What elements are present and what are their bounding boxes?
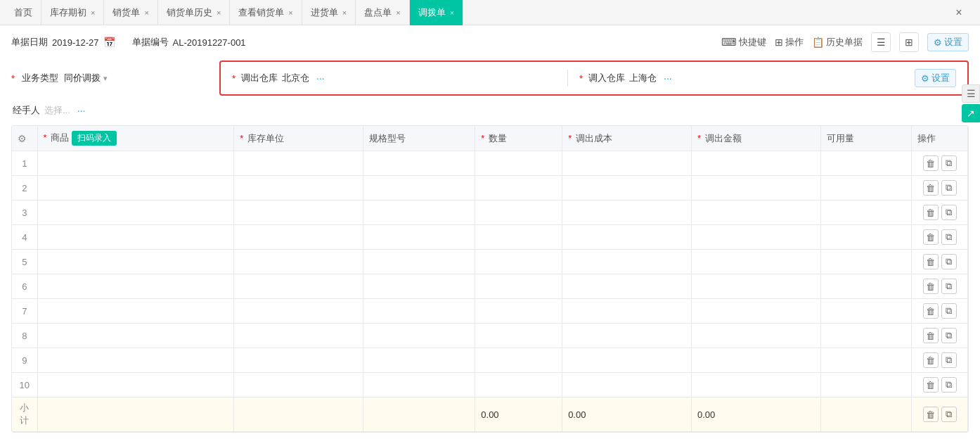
row-delete-4[interactable]: 🗑 xyxy=(923,229,939,245)
row-delete-8[interactable]: 🗑 xyxy=(923,328,939,343)
tab-sales-order[interactable]: 销货单 × xyxy=(104,0,157,25)
row-copy-2[interactable]: ⧉ xyxy=(941,180,957,196)
row-product-9[interactable] xyxy=(37,348,234,373)
row-product-6[interactable] xyxy=(37,274,234,299)
row-amount-7[interactable] xyxy=(691,299,820,324)
row-product-1[interactable] xyxy=(37,151,234,176)
row-delete-2[interactable]: 🗑 xyxy=(923,180,939,196)
row-unit-5[interactable] xyxy=(234,250,363,274)
calendar-icon[interactable]: 📅 xyxy=(103,37,115,48)
row-cost-10[interactable] xyxy=(562,373,692,397)
row-copy-8[interactable]: ⧉ xyxy=(941,328,957,343)
row-cost-6[interactable] xyxy=(562,274,692,299)
row-product-2[interactable] xyxy=(37,176,234,200)
row-copy-3[interactable]: ⧉ xyxy=(941,205,957,220)
row-amount-1[interactable] xyxy=(691,151,820,176)
row-product-8[interactable] xyxy=(37,324,234,348)
row-product-10[interactable] xyxy=(37,373,234,397)
row-qty-2[interactable] xyxy=(475,176,562,200)
row-delete-11[interactable]: 🗑 xyxy=(923,407,939,422)
row-cost-7[interactable] xyxy=(562,299,692,324)
row-product-3[interactable] xyxy=(37,200,234,225)
tab-sales-history[interactable]: 销货单历史 × xyxy=(158,0,230,25)
row-delete-5[interactable]: 🗑 xyxy=(923,254,939,269)
row-cost-11[interactable]: 0.00 xyxy=(562,397,692,432)
row-unit-10[interactable] xyxy=(234,373,363,397)
tab-stocktake-close[interactable]: × xyxy=(396,8,400,17)
tab-inventory-init-close[interactable]: × xyxy=(91,8,95,17)
row-qty-10[interactable] xyxy=(475,373,562,397)
history-button[interactable]: 📋 历史单据 xyxy=(812,36,863,49)
row-cost-3[interactable] xyxy=(562,200,692,225)
row-delete-1[interactable]: 🗑 xyxy=(923,155,939,171)
out-warehouse-ellipsis[interactable]: ··· xyxy=(314,72,328,84)
row-product-7[interactable] xyxy=(37,299,234,324)
tab-sales-order-close[interactable]: × xyxy=(144,8,148,17)
row-qty-3[interactable] xyxy=(475,200,562,225)
row-delete-3[interactable]: 🗑 xyxy=(923,205,939,220)
sidebar-external-icon[interactable]: ↗ xyxy=(962,104,980,122)
row-spec-10[interactable] xyxy=(363,373,475,397)
row-amount-5[interactable] xyxy=(691,250,820,274)
row-qty-6[interactable] xyxy=(475,274,562,299)
tab-view-sales[interactable]: 查看销货单 × xyxy=(230,0,302,25)
row-qty-7[interactable] xyxy=(475,299,562,324)
row-delete-9[interactable]: 🗑 xyxy=(923,352,939,368)
row-copy-1[interactable]: ⧉ xyxy=(941,155,957,171)
warehouse-settings-button[interactable]: ⚙ 设置 xyxy=(915,69,956,87)
row-cost-5[interactable] xyxy=(562,250,692,274)
row-delete-7[interactable]: 🗑 xyxy=(923,303,939,319)
row-spec-6[interactable] xyxy=(363,274,475,299)
table-gear-icon[interactable]: ⚙ xyxy=(18,133,27,144)
shortcut-button[interactable]: ⌨ 快捷键 xyxy=(721,36,766,49)
scan-btn[interactable]: 扫码录入 xyxy=(72,131,117,146)
row-amount-6[interactable] xyxy=(691,274,820,299)
row-spec-3[interactable] xyxy=(363,200,475,225)
row-qty-9[interactable] xyxy=(475,348,562,373)
grid-view-button[interactable]: ⊞ xyxy=(899,32,919,52)
row-spec-8[interactable] xyxy=(363,324,475,348)
tab-purchase[interactable]: 进货单 × xyxy=(302,0,356,25)
row-delete-6[interactable]: 🗑 xyxy=(923,279,939,294)
row-qty-11[interactable]: 0.00 xyxy=(475,397,562,432)
row-unit-1[interactable] xyxy=(234,151,363,176)
row-amount-2[interactable] xyxy=(691,176,820,200)
row-unit-4[interactable] xyxy=(234,225,363,250)
row-amount-4[interactable] xyxy=(691,225,820,250)
tab-transfer-close[interactable]: × xyxy=(450,8,454,17)
row-copy-5[interactable]: ⧉ xyxy=(941,254,957,269)
row-unit-8[interactable] xyxy=(234,324,363,348)
row-unit-6[interactable] xyxy=(234,274,363,299)
row-spec-11[interactable] xyxy=(363,397,475,432)
row-product-5[interactable] xyxy=(37,250,234,274)
row-copy-7[interactable]: ⧉ xyxy=(941,303,957,319)
row-copy-10[interactable]: ⧉ xyxy=(941,377,957,393)
row-unit-11[interactable] xyxy=(234,397,363,432)
row-spec-1[interactable] xyxy=(363,151,475,176)
row-copy-9[interactable]: ⧉ xyxy=(941,352,957,368)
settings-button[interactable]: ⚙ 设置 xyxy=(927,33,969,51)
row-amount-3[interactable] xyxy=(691,200,820,225)
row-cost-9[interactable] xyxy=(562,348,692,373)
row-spec-2[interactable] xyxy=(363,176,475,200)
row-unit-3[interactable] xyxy=(234,200,363,225)
biz-type-select[interactable]: 同价调拨 ▾ xyxy=(64,72,108,84)
row-product-4[interactable] xyxy=(37,225,234,250)
row-qty-1[interactable] xyxy=(475,151,562,176)
tab-home[interactable]: 首页 xyxy=(6,0,41,25)
row-qty-5[interactable] xyxy=(475,250,562,274)
row-qty-4[interactable] xyxy=(475,225,562,250)
biz-type-dropdown-arrow[interactable]: ▾ xyxy=(103,74,108,83)
window-close-button[interactable]: × xyxy=(949,3,969,23)
row-unit-2[interactable] xyxy=(234,176,363,200)
row-amount-8[interactable] xyxy=(691,324,820,348)
row-product-11[interactable] xyxy=(37,397,234,432)
row-qty-8[interactable] xyxy=(475,324,562,348)
tab-stocktake[interactable]: 盘点单 × xyxy=(356,0,409,25)
row-copy-11[interactable]: ⧉ xyxy=(941,407,957,422)
row-cost-4[interactable] xyxy=(562,225,692,250)
sidebar-list-icon[interactable]: ☰ xyxy=(962,84,980,103)
tab-purchase-close[interactable]: × xyxy=(342,8,347,17)
tab-sales-history-close[interactable]: × xyxy=(217,8,221,17)
row-delete-10[interactable]: 🗑 xyxy=(923,377,939,393)
